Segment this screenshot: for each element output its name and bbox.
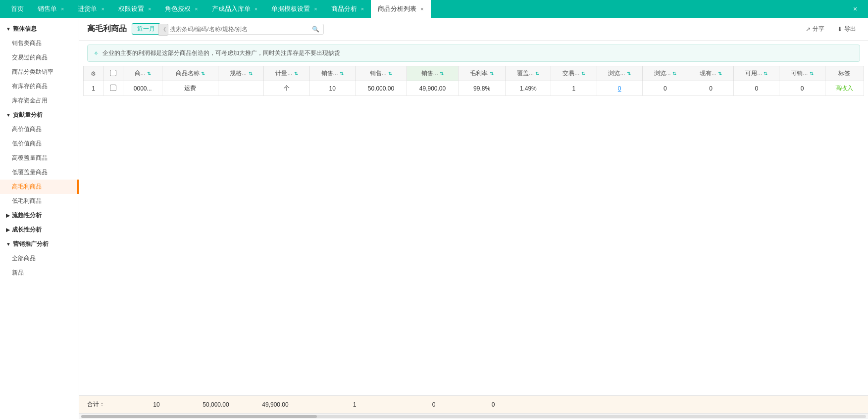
table-header-row: ⚙ 商... ⇅ 商品名称 ⇅ (84, 66, 864, 81)
col-sales-profit[interactable]: 销售... ⇅ (407, 66, 458, 81)
select-all-checkbox[interactable] (110, 70, 116, 76)
search-box[interactable]: 🔍 (165, 24, 324, 35)
scroll-thumb[interactable] (81, 415, 317, 418)
sidebar-item-high-margin[interactable]: 高毛利商品 (0, 180, 79, 194)
nav-sales-order[interactable]: 销售单 × (31, 0, 71, 18)
sidebar: ▼ 整体信息 销售类商品 交易过的商品 商品分类助销率 有库存的商品 库存资金占… (0, 18, 79, 419)
row-checkbox[interactable] (110, 85, 116, 91)
sidebar-item-high-value[interactable]: 高价值商品 (0, 122, 79, 137)
info-banner: ✧ 企业的主要的利润都是这部分商品创造的，可考虑加大推广，同时关注库存是不要出现… (87, 45, 860, 62)
footer-sales-amount: 50,000.00 (186, 401, 246, 408)
nav-product-analysis[interactable]: 商品分析 × (324, 0, 371, 18)
main-layout: ▼ 整体信息 销售类商品 交易过的商品 商品分类助销率 有库存的商品 库存资金占… (0, 18, 868, 419)
col-views1[interactable]: 浏览... ⇅ (597, 66, 642, 81)
sidebar-item-stock-capital[interactable]: 库存资金占用 (0, 93, 79, 108)
cell-available: 0 (734, 81, 779, 96)
sort-icon: ⇅ (440, 71, 444, 76)
sidebar-item-low-value[interactable]: 低价值商品 (0, 137, 79, 151)
table-container[interactable]: ⚙ 商... ⇅ 商品名称 ⇅ (79, 66, 868, 395)
product-table: ⚙ 商... ⇅ 商品名称 ⇅ (83, 66, 864, 96)
nav-template[interactable]: 单据模板设置 × (264, 0, 324, 18)
cell-gross-rate: 99.8% (459, 81, 506, 96)
sidebar-item-low-coverage[interactable]: 低覆盖量商品 (0, 165, 79, 180)
close-icon[interactable]: × (361, 6, 364, 12)
close-icon[interactable]: × (420, 6, 423, 12)
sidebar-item-all-goods[interactable]: 全部商品 (0, 251, 79, 266)
sidebar-group-growth[interactable]: ▶ 成长性分析 (0, 223, 79, 237)
col-settings[interactable]: ⚙ (84, 66, 103, 81)
cell-sales-qty: 10 (309, 81, 355, 96)
cell-stock: 0 (688, 81, 733, 96)
cell-seq: 1 (84, 81, 103, 96)
close-icon[interactable]: × (314, 6, 317, 12)
col-sales-qty[interactable]: 销售... ⇅ (309, 66, 355, 81)
sidebar-group-marketing[interactable]: ▼ 营销推广分析 (0, 237, 79, 251)
horizontal-scrollbar[interactable] (79, 413, 868, 419)
close-icon[interactable]: × (148, 6, 151, 12)
cell-views1[interactable]: 0 (597, 81, 642, 96)
col-transactions[interactable]: 交易... ⇅ (551, 66, 597, 81)
sort-icon: ⇅ (535, 71, 539, 76)
col-spec[interactable]: 规格... ⇅ (218, 66, 264, 81)
col-coverage[interactable]: 覆盖... ⇅ (506, 66, 551, 81)
scroll-track (81, 415, 866, 418)
col-sales-amount[interactable]: 销售... ⇅ (355, 66, 407, 81)
cell-checkbox[interactable] (103, 81, 123, 96)
views1-link[interactable]: 0 (618, 85, 621, 92)
nav-permission[interactable]: 权限设置 × (111, 0, 158, 18)
sort-icon: ⇅ (764, 71, 767, 76)
nav-home[interactable]: 首页 (4, 0, 31, 18)
search-input[interactable] (170, 26, 309, 33)
nav-purchase-order[interactable]: 进货单 × (71, 0, 111, 18)
close-icon[interactable]: × (195, 6, 198, 12)
cell-tag: 高收入 (825, 81, 864, 96)
arrow-right-icon: ▶ (6, 213, 10, 218)
col-code[interactable]: 商... ⇅ (123, 66, 162, 81)
sidebar-item-new-goods[interactable]: 新品 (0, 266, 79, 280)
footer-cells: 10 50,000.00 49,900.00 1 0 0 (127, 401, 860, 408)
footer-available: 0 (404, 401, 463, 408)
sort-icon: ⇅ (627, 71, 631, 76)
nav-product-stock[interactable]: 产成品入库单 × (205, 0, 264, 18)
cell-spec (218, 81, 264, 96)
col-stock[interactable]: 现有... ⇅ (688, 66, 733, 81)
close-icon[interactable]: × (255, 6, 257, 12)
cell-unit: 个 (264, 81, 309, 96)
nav-role-auth[interactable]: 角色授权 × (158, 0, 204, 18)
sidebar-item-sales-goods[interactable]: 销售类商品 (0, 36, 79, 50)
col-unit[interactable]: 计量... ⇅ (264, 66, 309, 81)
window-close-button[interactable]: × (846, 0, 864, 18)
close-icon[interactable]: × (61, 6, 64, 12)
arrow-right-icon: ▶ (6, 227, 10, 233)
arrow-down-icon: ▼ (6, 26, 11, 32)
sidebar-item-in-stock[interactable]: 有库存的商品 (0, 79, 79, 93)
filter-recent-month-button[interactable]: 近一月 (132, 23, 160, 35)
sidebar-group-overview[interactable]: ▼ 整体信息 (0, 22, 79, 36)
sidebar-item-high-coverage[interactable]: 高覆盖量商品 (0, 151, 79, 165)
top-nav: 首页 销售单 × 进货单 × 权限设置 × 角色授权 × 产成品入库单 × 单据… (0, 0, 868, 18)
arrow-down-icon: ▼ (6, 112, 11, 118)
col-gross-rate[interactable]: 毛利率 ⇅ (459, 66, 506, 81)
sidebar-group-contribution[interactable]: ▼ 贡献量分析 (0, 108, 79, 122)
sidebar-item-traded-goods[interactable]: 交易过的商品 (0, 50, 79, 65)
col-available[interactable]: 可用... ⇅ (734, 66, 779, 81)
footer-sales-profit: 49,900.00 (246, 401, 305, 408)
sidebar-group-trend[interactable]: ▶ 流趋性分析 (0, 208, 79, 223)
col-name[interactable]: 商品名称 ⇅ (162, 66, 218, 81)
sidebar-item-low-margin[interactable]: 低毛利商品 (0, 194, 79, 208)
footer-label: 合计： (87, 400, 127, 409)
sidebar-item-category-rate[interactable]: 商品分类助销率 (0, 65, 79, 79)
cell-sales-amount: 50,000.00 (355, 81, 407, 96)
cell-transactions: 1 (551, 81, 597, 96)
nav-product-analysis-list[interactable]: 商品分析列表 × (371, 0, 430, 18)
col-views2[interactable]: 浏览... ⇅ (642, 66, 688, 81)
export-button[interactable]: ⬇ 导出 (833, 23, 860, 35)
share-button[interactable]: ↗ 分享 (802, 23, 828, 35)
close-icon[interactable]: × (101, 6, 104, 12)
col-checkbox[interactable] (103, 66, 123, 81)
col-sellable[interactable]: 可销... ⇅ (779, 66, 825, 81)
sidebar-collapse-button[interactable]: 《 (158, 24, 168, 36)
search-icon[interactable]: 🔍 (312, 26, 319, 33)
content-area: 《 高毛利商品 近一月 🔍 ↗ 分享 ⬇ 导出 ✧ 企业的主要的利润都是这部分商… (79, 18, 868, 419)
cell-name: 运费 (162, 81, 218, 96)
